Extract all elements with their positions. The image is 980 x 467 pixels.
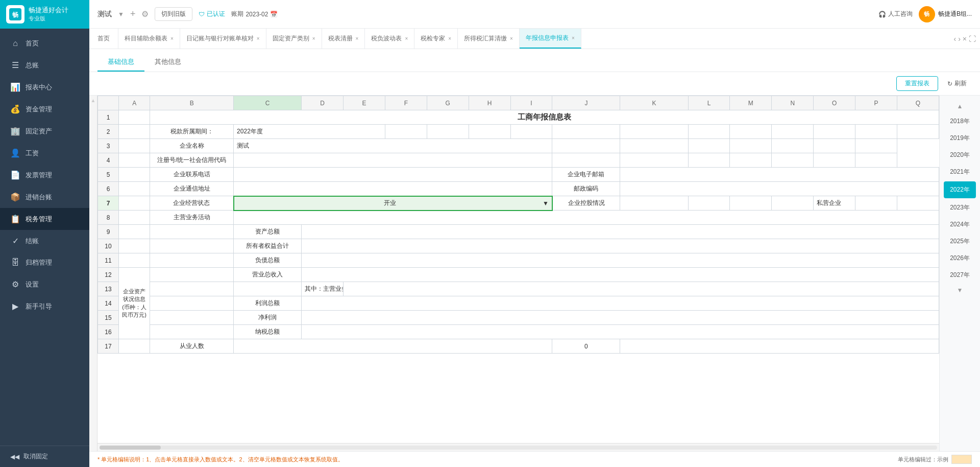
sub-tab-other[interactable]: 其他信息 [144,53,191,72]
sidebar-item-reports[interactable]: 📊 报表中心 [0,76,89,98]
col-header-c[interactable]: C [234,96,302,110]
cell-6k[interactable] [620,182,939,196]
col-header-d[interactable]: D [302,96,344,110]
app-dropdown-arrow[interactable]: ▼ [118,11,124,18]
col-header-g[interactable]: G [427,96,469,110]
cell-7c-dropdown[interactable]: 开业 ▼ [234,196,552,211]
sidebar-item-funds[interactable]: 💰 资金管理 [0,98,89,120]
cell-12d[interactable] [302,268,939,282]
sidebar-item-home[interactable]: ⌂ 首页 [0,33,89,54]
cell-7n[interactable]: 私营企业 [814,196,855,211]
year-item-2021[interactable]: 2021年 [940,164,980,180]
close-icon[interactable]: × [170,36,174,41]
year-item-2026[interactable]: 2026年 [940,250,980,267]
tab-income-tax[interactable]: 所得税汇算清缴 × [458,29,520,49]
cell-2a[interactable] [118,125,150,139]
cell-10d[interactable] [302,239,939,253]
close-icon[interactable]: × [312,36,315,41]
consult-button[interactable]: 🎧 人工咨询 [878,10,913,18]
sheet-title-cell[interactable]: 工商年报信息表 [150,110,939,125]
cell-2c[interactable]: 2022年度 [234,125,385,139]
col-header-k[interactable]: K [620,96,688,110]
user-menu[interactable]: 畅 畅捷通B组... [919,6,972,22]
cell-13e[interactable] [344,282,939,296]
tab-home[interactable]: 首页 [89,29,118,49]
col-header-m[interactable]: M [730,96,772,110]
year-item-2024[interactable]: 2024年 [940,216,980,233]
sidebar-item-checkout[interactable]: ✓ 结账 [0,230,89,252]
sidebar-item-ledger[interactable]: ☰ 总账 [0,54,89,76]
sidebar-item-salary[interactable]: 👤 工资 [0,142,89,164]
year-item-2019[interactable]: 2019年 [940,130,980,147]
sidebar-item-tax[interactable]: 📋 税务管理 [0,208,89,230]
cell-5c[interactable] [234,168,552,182]
year-item-2023[interactable]: 2023年 [940,199,980,216]
tab-close-all-button[interactable]: × [963,35,967,43]
sidebar-item-assets[interactable]: 🏢 固定资产 [0,120,89,142]
year-up-button[interactable]: ▲ [954,102,966,111]
sidebar-item-inventory[interactable]: 📦 进销台账 [0,186,89,208]
h-scroll-thumb[interactable] [100,446,161,450]
col-header-b[interactable]: B [150,96,234,110]
sidebar-item-guide[interactable]: ▶ 新手引导 [0,295,89,317]
tab-tax-wave[interactable]: 税负波动表 × [365,29,414,49]
cell-11d[interactable] [302,253,939,268]
sidebar-item-invoice[interactable]: 📄 发票管理 [0,164,89,186]
close-icon[interactable]: × [572,35,575,41]
col-header-n[interactable]: N [772,96,814,110]
cell-16d[interactable] [302,325,939,339]
tab-tax-expert[interactable]: 税检专家 × [414,29,458,49]
sidebar-item-archive[interactable]: 🗄 归档管理 [0,252,89,273]
close-icon[interactable]: × [448,36,451,41]
cell-17j[interactable]: 0 [552,339,620,354]
scroll-up-icon[interactable]: ▲ [91,98,96,103]
cell-8c[interactable] [234,211,939,225]
col-header-q[interactable]: Q [897,96,939,110]
cell-3c[interactable]: 测试 [234,139,552,153]
col-header-i[interactable]: I [510,96,552,110]
dropdown-arrow-icon[interactable]: ▼ [543,200,549,207]
refresh-button[interactable]: ↻ 刷新 [942,77,972,90]
tab-journal[interactable]: 日记账与银行对账单核对 × [180,29,266,49]
calendar-icon[interactable]: 📅 [270,11,278,18]
tab-tax-sheet[interactable]: 税表清册 × [322,29,365,49]
close-icon[interactable]: × [257,36,260,41]
col-header-e[interactable]: E [344,96,385,110]
sidebar-item-settings[interactable]: ⚙ 设置 [0,273,89,295]
cell-15d[interactable] [302,311,939,325]
year-item-2020[interactable]: 2020年 [940,147,980,164]
col-header-f[interactable]: F [385,96,427,110]
tab-expand-button[interactable]: ⛶ [969,35,976,43]
switch-version-button[interactable]: 切到旧版 [155,7,192,21]
col-header-p[interactable]: P [855,96,897,110]
col-header-h[interactable]: H [469,96,510,110]
h-scroll-track[interactable] [100,446,937,450]
year-item-2025[interactable]: 2025年 [940,233,980,250]
col-header-l[interactable]: L [688,96,730,110]
collapse-btn[interactable]: ◀◀ 取消固定 [10,452,79,461]
year-item-2018[interactable]: 2018年 [940,113,980,130]
tab-prev-button[interactable]: ‹ [953,35,956,43]
cell-9d[interactable] [302,225,939,239]
horizontal-scrollbar[interactable] [97,443,939,451]
tab-fixed-asset-type[interactable]: 固定资产类别 × [266,29,322,49]
cell-6c[interactable] [234,182,552,196]
cell-4c[interactable] [234,153,552,168]
close-icon[interactable]: × [510,36,513,41]
tab-annual-report[interactable]: 年报信息申报表 × [520,29,581,49]
close-icon[interactable]: × [356,36,359,41]
tab-next-button[interactable]: › [958,35,961,43]
year-item-2022[interactable]: 2022年 [944,181,976,198]
close-icon[interactable]: × [405,36,408,41]
cell-5k[interactable] [620,168,939,182]
settings-gear-icon[interactable]: ⚙ [141,9,149,19]
col-header-a[interactable]: A [118,96,150,110]
col-header-j[interactable]: J [552,96,620,110]
spreadsheet-grid[interactable]: A B C D E F G H I J [97,96,939,443]
add-button[interactable]: + [130,9,136,19]
col-header-o[interactable]: O [814,96,855,110]
sub-tab-basic[interactable]: 基础信息 [97,53,144,72]
year-item-2027[interactable]: 2027年 [940,267,980,284]
tab-aux-balance[interactable]: 科目辅助余额表 × [118,29,180,49]
cell-14d[interactable] [302,296,939,311]
